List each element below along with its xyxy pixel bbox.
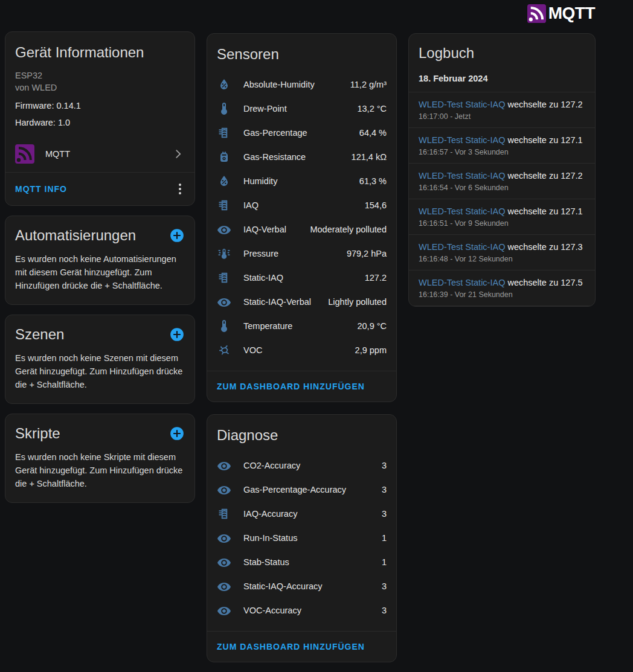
device-model: ESP32	[15, 69, 185, 82]
sensor-label: Drew-Point	[243, 104, 352, 114]
automations-card: Automatisierungen Es wurden noch keine A…	[5, 216, 195, 305]
sensor-label: IAQ-Accuracy	[243, 509, 377, 519]
logbook-entity-link[interactable]: WLED-Test Static-IAQ	[419, 135, 505, 145]
add-automation-button[interactable]	[169, 228, 185, 243]
automations-title: Automatisierungen	[15, 227, 136, 244]
eye-icon	[217, 603, 231, 618]
plus-circle-icon	[169, 327, 185, 342]
sensor-row[interactable]: VOC-Accuracy 3	[207, 598, 396, 622]
chevron-right-icon	[172, 147, 185, 161]
sensor-row[interactable]: Drew-Point 13,2 °C	[207, 97, 396, 121]
sensor-value: Moderately polluted	[310, 225, 387, 234]
logbook-timestamp: 16:16:48 - Vor 12 Sekunden	[419, 255, 585, 263]
thermometer-lines-icon	[217, 246, 231, 261]
sensor-value: 3	[382, 485, 387, 494]
logbook-entity-link[interactable]: WLED-Test Static-IAQ	[419, 242, 505, 252]
sensor-row[interactable]: IAQ-Accuracy 3	[207, 502, 396, 526]
sensor-label: Static-IAQ-Accuracy	[243, 581, 377, 591]
scenes-title: Szenen	[15, 326, 64, 343]
integration-row-mqtt[interactable]: MQTT	[5, 136, 194, 172]
sensor-value: 154,6	[365, 200, 387, 210]
top-bar: MQTT	[0, 0, 633, 27]
sensor-row[interactable]: Gas-Percentage-Accuracy 3	[207, 478, 396, 502]
air-filter-icon	[217, 507, 231, 521]
logbook-action-text: wechselte zu 127.5	[507, 278, 582, 287]
logbook-entity-link[interactable]: WLED-Test Static-IAQ	[419, 171, 505, 181]
sensor-value: 127.2	[365, 273, 387, 283]
add-script-button[interactable]	[169, 426, 185, 441]
sensor-label: Gas-Percentage	[243, 128, 355, 138]
diagnostics-title: Diagnose	[217, 427, 387, 444]
logbook-entity-link[interactable]: WLED-Test Static-IAQ	[419, 206, 505, 216]
sensor-value: 2,9 ppm	[355, 345, 387, 355]
eye-icon	[217, 222, 231, 237]
more-options-icon[interactable]	[173, 181, 187, 197]
thermometer-icon	[217, 101, 231, 116]
logbook-entity-link[interactable]: WLED-Test Static-IAQ	[419, 278, 505, 287]
sensor-row[interactable]: Pressure 979,2 hPa	[207, 242, 396, 266]
sensor-value: 1	[382, 557, 387, 567]
scripts-empty-text: Es wurden noch keine Skripte mit diesem …	[15, 450, 185, 490]
logbook-card: Logbuch 18. Februar 2024 WLED-Test Stati…	[408, 33, 596, 307]
diagnostics-add-to-dashboard-link[interactable]: ZUM DASHBOARD HINZUFÜGEN	[217, 642, 365, 651]
mqtt-wordmark: MQTT	[548, 4, 595, 23]
logbook-timestamp: 16:16:54 - Vor 6 Sekunden	[419, 184, 585, 192]
sensor-label: VOC-Accuracy	[243, 606, 377, 615]
sensor-label: Absolute-Humidity	[243, 80, 345, 89]
sensor-row[interactable]: Static-IAQ-Accuracy 3	[207, 574, 396, 598]
device-manufacturer: von WLED	[15, 82, 185, 94]
sensor-value: 3	[382, 581, 387, 591]
eye-icon	[217, 295, 231, 309]
logbook-action-text: wechselte zu 127.2	[507, 100, 582, 109]
sensor-row[interactable]: Static-IAQ 127.2	[207, 266, 396, 290]
mqtt-signal-icon	[527, 4, 546, 23]
sensor-label: Gas-Percentage-Accuracy	[243, 485, 377, 494]
logbook-action-text: wechselte zu 127.3	[507, 242, 582, 252]
sensor-row[interactable]: IAQ-Verbal Moderately polluted	[207, 217, 396, 242]
sensor-row[interactable]: Temperature 20,9 °C	[207, 314, 396, 338]
logbook-entry: WLED-Test Static-IAQwechselte zu 127.2 1…	[409, 92, 595, 127]
device-firmware: Firmware: 0.14.1	[15, 101, 185, 110]
sensor-value: 11,2 g/m³	[350, 80, 387, 89]
sensors-list: Absolute-Humidity 11,2 g/m³ Drew-Point 1…	[207, 66, 396, 371]
integration-name: MQTT	[45, 149, 161, 159]
sensor-row[interactable]: Gas-Resistance 121,4 kΩ	[207, 145, 396, 169]
logbook-entry: WLED-Test Static-IAQwechselte zu 127.1 1…	[409, 199, 595, 234]
sensor-value: 13,2 °C	[357, 104, 387, 114]
sensor-label: Static-IAQ	[243, 273, 360, 283]
sensor-label: Run-In-Status	[243, 533, 377, 543]
scripts-card: Skripte Es wurden noch keine Skripte mit…	[5, 414, 195, 503]
sensor-row[interactable]: Absolute-Humidity 11,2 g/m³	[207, 72, 396, 97]
gas-tank-icon	[217, 150, 231, 164]
sensor-row[interactable]: IAQ 154,6	[207, 193, 396, 217]
sensors-add-to-dashboard-link[interactable]: ZUM DASHBOARD HINZUFÜGEN	[217, 382, 365, 391]
sensor-row[interactable]: Humidity 61,3 %	[207, 169, 396, 193]
air-filter-icon	[217, 270, 231, 285]
sensor-label: Stab-Status	[243, 557, 377, 567]
logbook-timestamp: 16:16:51 - Vor 9 Sekunden	[419, 219, 585, 228]
sensor-row[interactable]: VOC 2,9 ppm	[207, 338, 396, 362]
thermometer-icon	[217, 319, 231, 333]
add-scene-button[interactable]	[169, 327, 185, 342]
sensor-row[interactable]: Static-IAQ-Verbal Lightly polluted	[207, 290, 396, 314]
mqtt-info-link[interactable]: MQTT INFO	[15, 184, 67, 194]
sensor-value: 20,9 °C	[357, 321, 387, 331]
sensor-row[interactable]: Run-In-Status 1	[207, 526, 396, 550]
sensor-row[interactable]: Gas-Percentage 64,4 %	[207, 121, 396, 145]
logbook-entry: WLED-Test Static-IAQwechselte zu 127.2 1…	[409, 163, 595, 199]
content-columns: Gerät Informationen ESP32 von WLED Firmw…	[0, 27, 633, 672]
eye-icon	[217, 579, 231, 594]
logbook-title: Logbuch	[419, 45, 585, 62]
sensor-value: 1	[382, 533, 387, 543]
logbook-entity-link[interactable]: WLED-Test Static-IAQ	[419, 100, 505, 109]
plus-circle-icon	[169, 426, 185, 441]
middle-column: Sensoren Absolute-Humidity 11,2 g/m³ Dre…	[207, 33, 397, 672]
sensors-card: Sensoren Absolute-Humidity 11,2 g/m³ Dre…	[207, 33, 397, 402]
diagnostics-card: Diagnose CO2-Accuracy 3 Gas-Percentage-A…	[207, 414, 397, 662]
sensor-row[interactable]: CO2-Accuracy 3	[207, 453, 396, 478]
sensor-label: IAQ-Verbal	[243, 225, 305, 234]
logbook-entry: WLED-Test Static-IAQwechselte zu 127.3 1…	[409, 234, 595, 270]
molecule-icon	[217, 343, 231, 357]
sensor-row[interactable]: Stab-Status 1	[207, 550, 396, 574]
logbook-entries[interactable]: WLED-Test Static-IAQwechselte zu 127.2 1…	[409, 92, 595, 306]
